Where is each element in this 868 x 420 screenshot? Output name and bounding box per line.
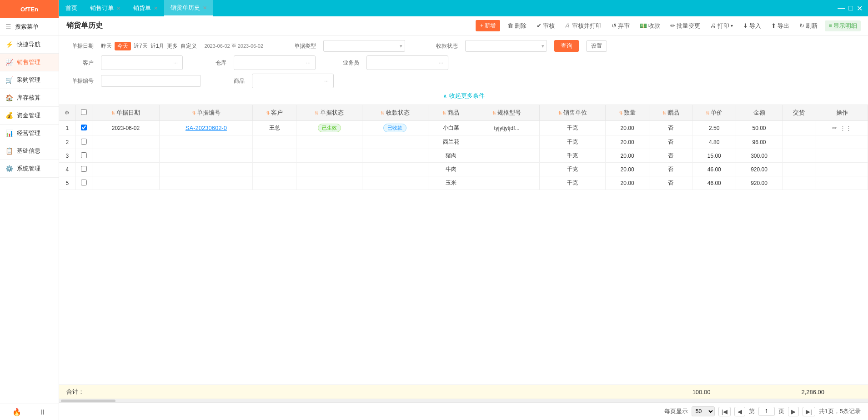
- col-doc-status[interactable]: ⇅ 单据状态: [296, 105, 362, 121]
- shortcut-today[interactable]: 今天: [115, 42, 131, 50]
- sidebar-item-search-menu[interactable]: ☰ 搜索菜单: [0, 18, 59, 36]
- receive-button[interactable]: 💵 收款: [637, 20, 663, 31]
- sidebar-item-finance[interactable]: 💰 资金管理: [0, 107, 59, 125]
- tab-sales-goods[interactable]: 销货单 ✕: [127, 0, 164, 16]
- row-checkbox[interactable]: [81, 180, 87, 185]
- next-page-btn[interactable]: ▶: [788, 407, 799, 416]
- page-size-select[interactable]: 50 100 200: [692, 406, 715, 416]
- export-button[interactable]: ⬆ 导出: [768, 20, 792, 31]
- cell-checkbox[interactable]: [75, 176, 92, 190]
- collapse-button[interactable]: ∧ 收起更多条件: [66, 92, 861, 100]
- row-checkbox[interactable]: [81, 166, 87, 172]
- table-body: 1 2023-06-02 SA-20230602-0 王总 已生效 已收款 小白…: [59, 121, 868, 190]
- row-checkbox[interactable]: [81, 152, 87, 158]
- col-customer[interactable]: ⇅ 客户: [253, 105, 296, 121]
- col-pay-status[interactable]: ⇅ 收款状态: [362, 105, 428, 121]
- review-print-button[interactable]: 🖨 审核并打印: [562, 20, 604, 31]
- edit-icon[interactable]: ✏: [832, 125, 837, 131]
- goods-input[interactable]: [255, 75, 323, 87]
- batch-change-button[interactable]: ✏ 批量变更: [667, 20, 703, 31]
- prev-page-btn[interactable]: ◀: [734, 407, 745, 416]
- goods-dots[interactable]: ···: [324, 78, 329, 84]
- sidebar-bottom-pause-btn[interactable]: ⏸: [39, 408, 46, 416]
- doc-number-link[interactable]: SA-20230602-0: [186, 125, 227, 131]
- tab-sales-order-close[interactable]: ✕: [116, 5, 120, 11]
- horizontal-scrollbar[interactable]: [59, 399, 868, 402]
- shortcut-custom[interactable]: 自定义: [181, 42, 197, 50]
- page-number-input[interactable]: [758, 407, 775, 416]
- sidebar-item-basic-info[interactable]: 📋 基础信息: [0, 142, 59, 160]
- import-icon: ⬇: [743, 22, 748, 29]
- salesperson-dots[interactable]: ···: [439, 60, 443, 66]
- col-spec[interactable]: ⇅ 规格型号: [474, 105, 540, 121]
- col-goods[interactable]: ⇅ 商品: [428, 105, 474, 121]
- col-date[interactable]: ⇅ 单据日期: [92, 105, 160, 121]
- shortcut-7days[interactable]: 近7天: [134, 42, 148, 50]
- sidebar-item-sales-mgmt[interactable]: 📈 销售管理: [0, 54, 59, 71]
- abandon-button[interactable]: ↺ 弃审: [609, 20, 632, 31]
- col-price[interactable]: ⇅ 单价: [692, 105, 736, 121]
- tab-sales-order[interactable]: 销售订单 ✕: [84, 0, 127, 16]
- col-unit[interactable]: ⇅ 销售单位: [540, 105, 606, 121]
- sidebar-item-quick-nav[interactable]: ⚡ 快捷导航: [0, 36, 59, 54]
- cell-checkbox[interactable]: [75, 149, 92, 163]
- query-button[interactable]: 查询: [554, 40, 579, 52]
- shortcut-more[interactable]: 更多: [167, 42, 178, 50]
- payment-status-select[interactable]: [465, 40, 547, 52]
- salesperson-input-wrap[interactable]: ···: [366, 55, 448, 70]
- shortcut-yesterday[interactable]: 昨天: [101, 42, 112, 50]
- cell-amount: 920.00: [736, 176, 783, 190]
- select-all-checkbox[interactable]: [81, 109, 87, 115]
- last-page-btn[interactable]: ▶|: [803, 407, 815, 416]
- scrollbar-thumb[interactable]: [61, 400, 115, 402]
- cell-checkbox[interactable]: [75, 163, 92, 176]
- sidebar-bottom-fire-btn[interactable]: 🔥: [12, 408, 21, 416]
- more-icon[interactable]: ⋮⋮: [840, 125, 852, 131]
- settings-button[interactable]: 设置: [586, 40, 607, 52]
- goods-input-wrap[interactable]: ···: [252, 74, 334, 88]
- customer-input-wrap[interactable]: ···: [101, 55, 183, 70]
- sidebar-item-operations[interactable]: 📊 经营管理: [0, 125, 59, 142]
- col-gift[interactable]: ⇅ 赠品: [649, 105, 692, 121]
- window-close-btn[interactable]: ✕: [857, 4, 863, 13]
- row-checkbox[interactable]: [81, 139, 87, 145]
- cell-checkbox[interactable]: [75, 135, 92, 149]
- warehouse-input[interactable]: [237, 57, 305, 69]
- col-settings[interactable]: ⚙: [59, 105, 75, 121]
- customer-input[interactable]: [104, 57, 172, 69]
- doc-number-input[interactable]: [101, 75, 201, 87]
- tab-sales-goods-close[interactable]: ✕: [154, 5, 158, 11]
- col-number[interactable]: ⇅ 单据编号: [160, 105, 253, 121]
- new-button[interactable]: + 新增: [476, 20, 500, 31]
- first-page-btn[interactable]: |◀: [718, 407, 731, 416]
- tab-sales-history-close[interactable]: ✕: [203, 5, 207, 11]
- shortcut-1month[interactable]: 近1月: [151, 42, 165, 50]
- inventory-icon: 🏠: [5, 94, 13, 101]
- customer-dots[interactable]: ···: [173, 60, 178, 66]
- warehouse-dots[interactable]: ···: [306, 60, 311, 66]
- review-button[interactable]: ✔ 审核: [534, 20, 557, 31]
- row-checkbox[interactable]: [81, 125, 87, 130]
- print-button[interactable]: 🖨 打印 ▾: [707, 20, 736, 31]
- window-maximize-btn[interactable]: □: [848, 4, 853, 12]
- salesperson-input[interactable]: [370, 57, 438, 69]
- warehouse-input-wrap[interactable]: ···: [234, 55, 316, 70]
- doc-type-select[interactable]: [323, 40, 405, 52]
- cell-checkbox[interactable]: [75, 121, 92, 135]
- tab-sales-history[interactable]: 销货单历史 ✕: [164, 0, 213, 16]
- delete-button[interactable]: 🗑 删除: [505, 20, 529, 31]
- doc-number-label: 单据编号: [66, 77, 94, 85]
- import-button[interactable]: ⬇ 导入: [740, 20, 764, 31]
- refresh-button[interactable]: ↻ 刷新: [797, 20, 820, 31]
- sidebar-item-purchase-mgmt[interactable]: 🛒 采购管理: [0, 71, 59, 89]
- show-detail-button[interactable]: ≡ 显示明细: [825, 20, 861, 31]
- tab-home[interactable]: 首页: [59, 0, 84, 16]
- total-qty: 100.00: [692, 389, 711, 395]
- sidebar-item-inventory[interactable]: 🏠 库存核算: [0, 89, 59, 107]
- window-minimize-btn[interactable]: —: [838, 4, 845, 12]
- cell-doc-status: 已生效: [296, 121, 362, 135]
- cell-number: [160, 135, 253, 149]
- customer-label: 客户: [66, 59, 94, 67]
- sidebar-item-system-mgmt[interactable]: ⚙️ 系统管理: [0, 160, 59, 178]
- col-qty[interactable]: ⇅ 数量: [606, 105, 649, 121]
